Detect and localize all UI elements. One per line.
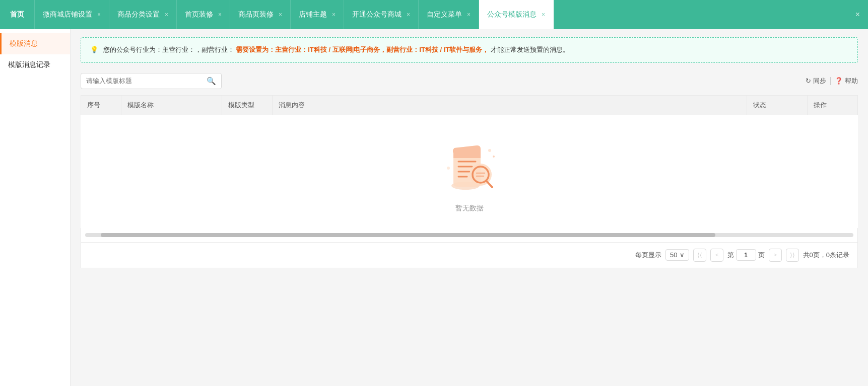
search-input-wrap: 🔍 (81, 73, 222, 89)
last-page-button[interactable]: ⟩⟩ (786, 249, 799, 262)
tab-open-mall-close[interactable]: × (407, 11, 410, 18)
search-icon[interactable]: 🔍 (207, 76, 216, 86)
col-type: 模版类型 (222, 95, 273, 115)
page-input-wrap: 第 页 (727, 249, 765, 261)
search-input[interactable] (86, 77, 207, 85)
page-size-dropdown-icon: ∨ (680, 251, 685, 259)
content-area: 💡 您的公众号行业为：主营行业：，副营行业： 需要设置为：主营行业：IT科技 /… (71, 29, 868, 386)
search-bar: 🔍 ↻ 同步 ❓ 帮助 (81, 73, 858, 89)
tab-template-msg-close[interactable]: × (542, 11, 545, 18)
notice-prefix: 您的公众号行业为：主营行业：，副营行业： (103, 46, 234, 53)
page-label: 第 (727, 251, 734, 260)
top-nav: 首页 微商城店铺设置 × 商品分类设置 × 首页装修 × 商品页装修 × 店铺主… (0, 0, 868, 29)
col-status: 状态 (747, 95, 808, 115)
sidebar-item-template-msg-records[interactable]: 模版消息记录 (0, 54, 70, 75)
empty-row: 暂无数据 (81, 115, 858, 228)
page-size-value: 50 (670, 251, 677, 259)
prev-page-button[interactable]: ＜ (710, 249, 723, 262)
pagination: 每页显示 50 ∨ ⟨⟨ ＜ 第 页 ＞ ⟩⟩ 共0页，0条记录 (81, 243, 858, 268)
tab-home-label: 首页 (10, 10, 24, 19)
sync-button[interactable]: ↻ 同步 (806, 76, 826, 86)
tab-home-decor[interactable]: 首页装修 × (177, 0, 230, 29)
toolbar-divider (830, 77, 831, 85)
scroll-track[interactable] (85, 233, 853, 237)
tab-store-settings-label: 微商城店铺设置 (43, 10, 92, 19)
page-number-input[interactable] (736, 249, 756, 261)
toolbar-right: ↻ 同步 ❓ 帮助 (806, 76, 858, 86)
tab-store-theme-close[interactable]: × (332, 11, 336, 18)
table-header-row: 序号 模版名称 模版类型 消息内容 状态 操作 (81, 95, 858, 115)
tab-custom-menu-label: 自定义菜单 (427, 10, 462, 19)
tab-open-mall-label: 开通公众号商城 (352, 10, 402, 19)
first-page-button[interactable]: ⟨⟨ (693, 249, 706, 262)
total-info: 共0页，0条记录 (803, 251, 849, 260)
tab-open-mall[interactable]: 开通公众号商城 × (344, 0, 419, 29)
tab-home-decor-close[interactable]: × (218, 11, 222, 18)
tab-product-decor-label: 商品页装修 (238, 10, 274, 19)
col-name: 模版名称 (121, 95, 222, 115)
next-page-button[interactable]: ＞ (769, 249, 782, 262)
sidebar: 模版消息 模版消息记录 (0, 29, 71, 386)
main-layout: 模版消息 模版消息记录 💡 您的公众号行业为：主营行业：，副营行业： 需要设置为… (0, 29, 868, 386)
sync-icon: ↻ (806, 77, 811, 85)
col-action: 操作 (808, 95, 858, 115)
tab-custom-menu-close[interactable]: × (467, 11, 471, 18)
data-table: 序号 模版名称 模版类型 消息内容 状态 操作 (81, 95, 858, 228)
notice-highlight: 需要设置为：主营行业：IT科技 / 互联网|电子商务，副营行业：IT科技 / I… (236, 46, 489, 53)
sidebar-item-template-msg-records-label: 模版消息记录 (8, 60, 50, 68)
tab-category-label: 商品分类设置 (117, 10, 160, 19)
sync-label: 同步 (813, 76, 826, 86)
tab-home[interactable]: 首页 (0, 0, 35, 29)
tab-product-decor[interactable]: 商品页装修 × (230, 0, 291, 29)
tab-store-settings-close[interactable]: × (97, 11, 101, 18)
notice-suffix: 才能正常发送预置的消息。 (491, 46, 569, 53)
svg-point-11 (493, 156, 495, 158)
svg-point-10 (488, 149, 491, 152)
svg-point-12 (447, 167, 450, 170)
sidebar-item-template-msg-label: 模版消息 (10, 39, 38, 47)
tab-store-theme-label: 店铺主题 (299, 10, 327, 19)
page-size-select[interactable]: 50 ∨ (665, 249, 689, 261)
tab-category-settings[interactable]: 商品分类设置 × (109, 0, 177, 29)
empty-illustration (439, 135, 500, 196)
empty-text: 暂无数据 (455, 204, 484, 213)
sidebar-item-template-msg[interactable]: 模版消息 (0, 33, 70, 54)
scroll-area (81, 228, 858, 243)
col-seq: 序号 (81, 95, 121, 115)
page-size-label: 每页显示 (635, 251, 661, 260)
page-unit: 页 (758, 251, 765, 260)
tab-store-theme[interactable]: 店铺主题 × (291, 0, 344, 29)
close-all-button[interactable]: × (855, 10, 860, 19)
col-content: 消息内容 (273, 95, 747, 115)
tab-product-decor-close[interactable]: × (279, 11, 282, 18)
tab-template-msg[interactable]: 公众号模版消息 × (479, 0, 554, 29)
tab-home-decor-label: 首页装修 (185, 10, 213, 19)
scroll-thumb[interactable] (101, 233, 715, 237)
tab-template-msg-label: 公众号模版消息 (487, 10, 537, 19)
notice-box: 💡 您的公众号行业为：主营行业：，副营行业： 需要设置为：主营行业：IT科技 /… (81, 37, 858, 63)
notice-icon: 💡 (90, 45, 98, 55)
tab-custom-menu[interactable]: 自定义菜单 × (419, 0, 479, 29)
tab-store-settings[interactable]: 微商城店铺设置 × (35, 0, 109, 29)
empty-state: 暂无数据 (81, 115, 858, 228)
help-circle-icon: ❓ (835, 77, 843, 85)
help-label: 帮助 (845, 76, 858, 86)
tab-category-close[interactable]: × (165, 11, 168, 18)
table-container: 序号 模版名称 模版类型 消息内容 状态 操作 (81, 95, 858, 243)
help-button[interactable]: ❓ 帮助 (835, 76, 858, 86)
